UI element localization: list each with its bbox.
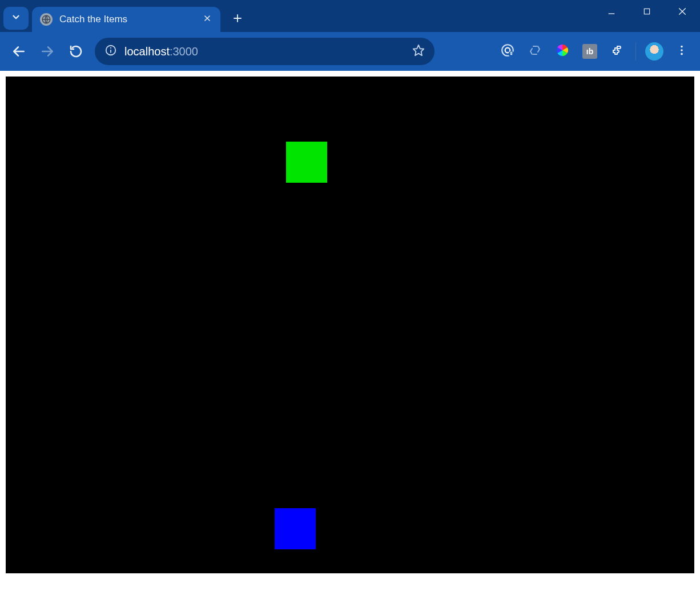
close-icon <box>203 14 211 25</box>
window-minimize-button[interactable] <box>594 0 629 25</box>
chevron-down-icon <box>11 12 21 25</box>
profile-button[interactable] <box>642 39 667 64</box>
recycle-icon <box>528 43 542 59</box>
url-rest: :3000 <box>170 45 198 58</box>
nav-reload-button[interactable] <box>63 38 89 65</box>
svg-point-13 <box>110 47 111 48</box>
reload-icon <box>69 45 83 58</box>
ib-extension-icon: ıb <box>582 44 597 59</box>
minimize-icon <box>607 7 616 18</box>
game-canvas[interactable] <box>6 77 694 573</box>
window-close-button[interactable] <box>665 0 700 25</box>
close-icon <box>678 7 687 18</box>
omnibox[interactable]: localhost:3000 <box>95 38 435 65</box>
svg-point-20 <box>681 49 683 51</box>
toolbar-separator <box>635 42 636 61</box>
tab-strip: Catch the Items <box>0 0 249 32</box>
page-viewport <box>0 71 700 611</box>
window-maximize-button[interactable] <box>629 0 665 25</box>
extension-privacy-button[interactable] <box>495 39 520 64</box>
titlebar: Catch the Items <box>0 0 700 32</box>
maximize-icon <box>643 7 651 18</box>
tab-active[interactable]: Catch the Items <box>32 7 220 32</box>
svg-point-21 <box>681 53 683 55</box>
site-info-button[interactable] <box>104 45 118 58</box>
bookmark-button[interactable] <box>412 45 425 58</box>
arrow-right-icon <box>40 44 55 59</box>
extension-recycle-button[interactable] <box>522 39 548 64</box>
svg-point-19 <box>681 46 683 48</box>
plus-icon <box>232 13 243 26</box>
extension-colorwheel-button[interactable] <box>550 39 575 64</box>
url-host: localhost <box>124 45 170 58</box>
tab-close-button[interactable] <box>202 14 212 25</box>
window-controls <box>594 0 700 32</box>
color-wheel-icon <box>556 43 569 59</box>
privacy-badge-icon <box>500 43 515 60</box>
nav-back-button[interactable] <box>6 38 32 65</box>
arrow-left-icon <box>11 44 26 59</box>
nav-forward-button[interactable] <box>34 38 61 65</box>
tab-title: Catch the Items <box>59 14 196 25</box>
kebab-menu-icon <box>675 44 688 59</box>
chrome-menu-button[interactable] <box>669 39 694 64</box>
toolbar: localhost:3000 ıb <box>0 32 700 71</box>
player-paddle[interactable] <box>275 508 316 549</box>
avatar-icon <box>645 42 663 61</box>
extensions-button[interactable] <box>605 39 630 64</box>
svg-rect-6 <box>644 9 649 14</box>
puzzle-icon <box>610 43 624 59</box>
extension-ib-button[interactable]: ıb <box>577 39 602 64</box>
falling-item <box>286 142 327 183</box>
browser-window: Catch the Items <box>0 0 700 611</box>
globe-icon <box>40 13 53 26</box>
search-tabs-button[interactable] <box>3 7 29 30</box>
new-tab-button[interactable] <box>226 7 249 32</box>
info-icon <box>104 44 117 59</box>
star-icon <box>412 44 425 59</box>
svg-rect-18 <box>510 53 512 55</box>
svg-marker-14 <box>413 45 424 55</box>
